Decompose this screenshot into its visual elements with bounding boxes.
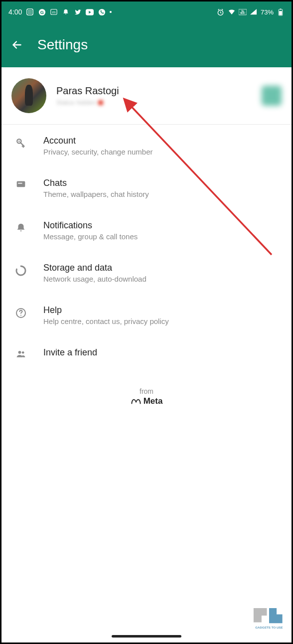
svg-point-25 <box>18 141 20 142</box>
svg-point-2 <box>29 10 30 11</box>
more-indicator-dot <box>110 11 112 13</box>
setting-subtitle: Network usage, auto-download <box>43 275 279 283</box>
signal-icon <box>250 8 258 16</box>
people-icon <box>14 349 27 361</box>
status-emoji-icon <box>98 100 103 105</box>
grid-icon <box>26 8 34 16</box>
svg-rect-27 <box>18 183 22 184</box>
setting-subtitle: Message, group & call tones <box>43 232 279 241</box>
settings-list: Account Privacy, security, change number… <box>1 125 292 372</box>
footer-from-label: from <box>1 387 292 395</box>
svg-text:WiFi: WiFi <box>240 12 245 14</box>
status-time: 4:00 <box>8 8 22 16</box>
setting-title: Notifications <box>43 220 279 231</box>
battery-percent: 73% <box>261 8 274 16</box>
svg-point-16 <box>99 8 105 15</box>
page-title: Settings <box>37 37 88 53</box>
svg-point-6 <box>31 11 32 12</box>
svg-text:G: G <box>40 10 44 15</box>
setting-title: Account <box>43 136 279 146</box>
setting-subtitle: Help centre, contact us, privacy policy <box>43 317 279 325</box>
m-box-icon: m <box>50 8 58 16</box>
youtube-icon <box>86 8 94 16</box>
svg-rect-23 <box>279 11 282 15</box>
battery-icon <box>277 8 285 16</box>
setting-storage[interactable]: Storage and data Network usage, auto-dow… <box>1 252 292 294</box>
data-usage-icon <box>15 265 27 279</box>
svg-point-30 <box>18 351 21 354</box>
svg-point-4 <box>28 11 29 12</box>
meta-brand: Meta <box>131 396 163 406</box>
bell-outline-icon <box>62 8 70 16</box>
help-icon <box>15 307 27 321</box>
key-icon <box>15 138 26 151</box>
svg-point-5 <box>29 11 30 12</box>
profile-name: Paras Rastogi <box>56 85 252 97</box>
setting-title: Storage and data <box>43 263 279 273</box>
twitter-icon <box>74 8 82 16</box>
svg-point-29 <box>20 315 21 316</box>
wifi-icon <box>228 8 236 16</box>
qr-code-icon[interactable] <box>262 86 282 106</box>
setting-title: Chats <box>43 178 279 188</box>
svg-point-8 <box>29 13 30 14</box>
svg-point-7 <box>28 13 29 14</box>
chat-icon <box>15 180 27 192</box>
svg-point-31 <box>22 351 24 354</box>
svg-text:GADGETS TO USE: GADGETS TO USE <box>255 626 283 629</box>
profile-row[interactable]: Paras Rastogi Status hidden <box>1 67 292 125</box>
phone-circle-icon <box>98 8 106 16</box>
alarm-icon <box>217 8 225 16</box>
bell-icon <box>15 222 26 235</box>
svg-text:m: m <box>52 10 56 14</box>
android-nav-pill[interactable] <box>112 635 181 638</box>
svg-rect-26 <box>17 181 25 187</box>
setting-invite[interactable]: Invite a friend <box>1 336 292 372</box>
g-circle-icon: G <box>38 8 46 16</box>
profile-status-text: Status hidden <box>56 99 252 106</box>
setting-subtitle: Theme, wallpapers, chat history <box>43 190 279 198</box>
vowifi-icon: VoWiFi <box>239 8 247 16</box>
svg-point-9 <box>31 13 32 14</box>
android-status-bar: 4:00 G m VoWiFi <box>1 1 292 22</box>
svg-point-1 <box>28 10 29 11</box>
back-button[interactable] <box>10 38 23 51</box>
setting-notifications[interactable]: Notifications Message, group & call tone… <box>1 209 292 252</box>
app-bar: Settings <box>1 22 292 67</box>
setting-title: Help <box>43 305 279 316</box>
profile-avatar <box>11 78 46 113</box>
watermark-logo: GADGETS TO USE <box>249 604 289 634</box>
setting-subtitle: Privacy, security, change number <box>43 148 279 156</box>
setting-title: Invite a friend <box>43 347 279 358</box>
setting-help[interactable]: Help Help centre, contact us, privacy po… <box>1 294 292 336</box>
setting-account[interactable]: Account Privacy, security, change number <box>1 125 292 167</box>
svg-point-3 <box>31 10 32 11</box>
setting-chats[interactable]: Chats Theme, wallpapers, chat history <box>1 167 292 209</box>
meta-footer: from Meta <box>1 387 292 407</box>
svg-rect-22 <box>280 8 282 9</box>
